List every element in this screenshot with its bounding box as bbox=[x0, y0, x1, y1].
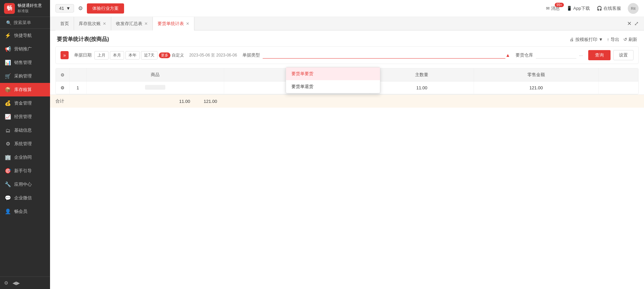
tab-home[interactable]: 首页 bbox=[55, 17, 74, 30]
quick-nav-icon: ⚡ bbox=[4, 32, 11, 39]
app-logo: 畅 bbox=[4, 3, 15, 14]
filter-expand-button[interactable]: » bbox=[61, 51, 69, 59]
online-service-button[interactable]: 🎧 在线客服 bbox=[597, 5, 621, 12]
date-btn-7days[interactable]: 近7天 bbox=[141, 51, 158, 60]
filter-action-buttons: 查询 设置 bbox=[588, 50, 634, 60]
product-placeholder bbox=[145, 85, 165, 90]
sidebar-item-operations[interactable]: 📈 经营管理 bbox=[0, 110, 50, 124]
footer-amount: 121.00 bbox=[204, 99, 217, 104]
topbar: 41 ▼ ⚙ 体验行业方案 ✉ 消息 99+ 📱 App下载 🎧 在线客服 Ri… bbox=[50, 0, 644, 17]
type-input-wrapper: ▲ bbox=[263, 52, 510, 59]
sidebar-item-finance[interactable]: 💰 资金管理 bbox=[0, 96, 50, 110]
row-quantity-cell: 11.00 bbox=[370, 82, 474, 94]
sidebar-nav: ⚡ 快捷导航 📢 营销推广 📊 销售管理 🛒 采购管理 📦 库存核算 💰 资金管… bbox=[0, 29, 50, 276]
custom-date-button[interactable]: 自定义 bbox=[172, 52, 184, 58]
sidebar-item-purchase[interactable]: 🛒 采购管理 bbox=[0, 69, 50, 83]
print-dropdown-icon: ▼ bbox=[599, 37, 603, 42]
dropdown-item-order-return[interactable]: 要货单退货 bbox=[286, 80, 380, 93]
user-avatar[interactable]: Rit bbox=[628, 3, 639, 14]
filter-bar: » 单据日期 上月 本月 本年 近7天 更多 自定义 2023-05-06 至 … bbox=[55, 46, 639, 64]
date-btn-current[interactable]: 本月 bbox=[110, 51, 124, 60]
sidebar: 畅 畅捷通好生意 标准版 🔍 搜索菜单 ⚡ 快捷导航 📢 营销推广 📊 销售管理… bbox=[0, 0, 50, 289]
enterprise-icon: 🏢 bbox=[4, 154, 11, 160]
refresh-button[interactable]: ↺ 刷新 bbox=[623, 37, 637, 43]
more-date-options-badge[interactable]: 更多 bbox=[159, 52, 170, 58]
date-btn-year[interactable]: 本年 bbox=[125, 51, 140, 60]
footer-label: 合计 bbox=[55, 98, 64, 104]
page-actions: 🖨 按模板打印 ▼ ↑ 导出 ↺ 刷新 bbox=[570, 37, 637, 43]
main-content: 41 ▼ ⚙ 体验行业方案 ✉ 消息 99+ 📱 App下载 🎧 在线客服 Ri… bbox=[50, 0, 644, 289]
type-filter-input[interactable] bbox=[263, 52, 505, 59]
tab-batch-account[interactable]: 库存批次账 ✕ bbox=[74, 17, 111, 30]
warehouse-more-icon[interactable]: ··· bbox=[579, 53, 583, 58]
row-empty-cell bbox=[598, 82, 638, 94]
date-btn-up[interactable]: 上月 bbox=[94, 51, 109, 60]
topbar-gear-icon[interactable]: ⚙ bbox=[78, 5, 83, 12]
wechat-icon: 💬 bbox=[4, 195, 11, 201]
print-template-button[interactable]: 🖨 按模板打印 ▼ bbox=[570, 37, 603, 43]
content-area: 要货单统计表(按商品) 🖨 按模板打印 ▼ ↑ 导出 ↺ 刷新 bbox=[50, 30, 644, 289]
sidebar-item-appstore[interactable]: 🔧 应用中心 bbox=[0, 178, 50, 191]
search-icon: 🔍 bbox=[6, 20, 11, 25]
sidebar-item-inventory[interactable]: 📦 库存核算 bbox=[0, 83, 50, 96]
query-button[interactable]: 查询 bbox=[588, 50, 611, 60]
row-num-cell: 1 bbox=[69, 82, 86, 94]
row-product-cell bbox=[86, 82, 224, 94]
sales-icon: 📊 bbox=[4, 60, 11, 66]
export-button[interactable]: ↑ 导出 bbox=[607, 37, 620, 43]
sidebar-item-marketing[interactable]: 📢 营销推广 bbox=[0, 42, 50, 56]
expand-tabs-icon[interactable]: ⤢ bbox=[634, 20, 639, 27]
messages-icon: ✉ bbox=[546, 6, 550, 11]
warehouse-filter-label: 要货仓库 bbox=[516, 52, 533, 58]
tab-actions: ✕ ⤢ bbox=[627, 20, 639, 27]
dropdown-item-order-goods[interactable]: 要货单要货 bbox=[286, 67, 380, 80]
sidebar-item-sales[interactable]: 📊 销售管理 bbox=[0, 56, 50, 69]
sidebar-header: 畅 畅捷通好生意 标准版 bbox=[0, 0, 50, 17]
col-product: 商品 bbox=[86, 68, 224, 82]
collapse-sidebar-icon[interactable]: ◀▶ bbox=[13, 280, 20, 286]
tab-close-receive-summary[interactable]: ✕ bbox=[144, 21, 148, 26]
messages-button[interactable]: ✉ 消息 99+ bbox=[546, 5, 560, 12]
sidebar-search[interactable]: 🔍 搜索菜单 bbox=[0, 17, 50, 29]
store-selector[interactable]: 41 ▼ bbox=[55, 4, 74, 13]
app-title: 畅捷通好生意 标准版 bbox=[18, 3, 42, 14]
promo-button[interactable]: 体验行业方案 bbox=[87, 3, 124, 14]
purchase-icon: 🛒 bbox=[4, 73, 11, 79]
sidebar-item-enterprise[interactable]: 🏢 企业协同 bbox=[0, 151, 50, 164]
sidebar-item-system[interactable]: ⚙ 系统管理 bbox=[0, 137, 50, 151]
system-icon: ⚙ bbox=[4, 141, 11, 147]
expand-icon: » bbox=[63, 52, 66, 58]
sidebar-item-guide[interactable]: 🎯 新手引导 bbox=[0, 164, 50, 178]
col-row-num bbox=[69, 68, 86, 82]
app-download-icon: 📱 bbox=[567, 6, 572, 11]
tab-receive-summary[interactable]: 收发存汇总表 ✕ bbox=[111, 17, 153, 30]
member-icon: 👤 bbox=[4, 208, 11, 215]
store-dropdown-icon: ▼ bbox=[66, 6, 70, 11]
sidebar-item-quick-nav[interactable]: ⚡ 快捷导航 bbox=[0, 29, 50, 42]
print-icon: 🖨 bbox=[570, 37, 574, 42]
settings-bottom-icon[interactable]: ⚙ bbox=[4, 280, 8, 286]
row-gear-cell[interactable]: ⚙ bbox=[56, 82, 69, 94]
col-settings[interactable]: ⚙ bbox=[56, 68, 69, 82]
tab-close-batch-account[interactable]: ✕ bbox=[103, 21, 106, 26]
type-filter-arrow-icon[interactable]: ▲ bbox=[505, 52, 510, 58]
sidebar-bottom: ⚙ ◀▶ bbox=[0, 276, 50, 289]
filter-settings-button[interactable]: 设置 bbox=[613, 50, 634, 60]
sidebar-item-basic[interactable]: 🗂 基础信息 bbox=[0, 124, 50, 137]
tab-close-order-stats[interactable]: ✕ bbox=[186, 21, 189, 26]
date-filter-group: 单据日期 上月 本月 本年 近7天 更多 自定义 bbox=[74, 51, 184, 60]
table-footer: 合计 11.00 121.00 bbox=[50, 94, 644, 108]
sidebar-item-member[interactable]: 👤 畅会员 bbox=[0, 205, 50, 218]
sidebar-item-wechat[interactable]: 💬 企业微信 bbox=[0, 191, 50, 205]
store-name: 41 bbox=[59, 6, 64, 11]
warehouse-filter-input[interactable] bbox=[536, 52, 576, 59]
close-all-tabs-icon[interactable]: ✕ bbox=[627, 20, 631, 27]
date-filter-label: 单据日期 bbox=[74, 52, 92, 58]
footer-quantity: 11.00 bbox=[179, 99, 190, 104]
type-filter-label: 单据类型 bbox=[242, 52, 260, 58]
topbar-right: ✉ 消息 99+ 📱 App下载 🎧 在线客服 Rit bbox=[546, 3, 639, 14]
app-download-button[interactable]: 📱 App下载 bbox=[567, 5, 590, 12]
tabbar: 首页 库存批次账 ✕ 收发存汇总表 ✕ 要货单统计表 ✕ ✕ ⤢ bbox=[50, 17, 644, 30]
finance-icon: 💰 bbox=[4, 100, 11, 106]
tab-order-stats[interactable]: 要货单统计表 ✕ bbox=[153, 17, 194, 30]
